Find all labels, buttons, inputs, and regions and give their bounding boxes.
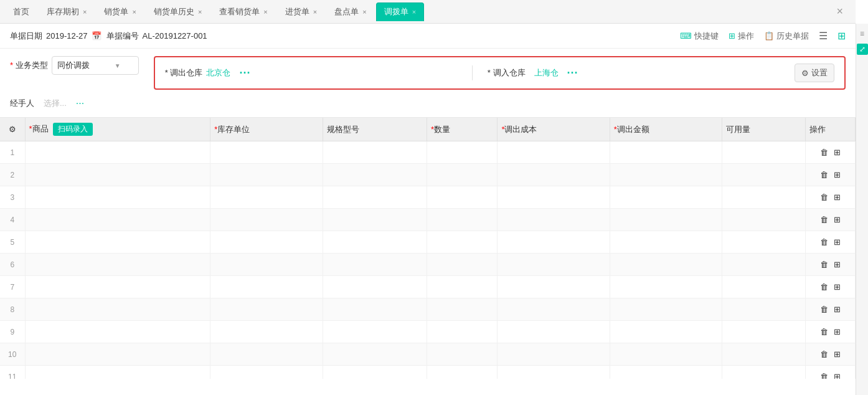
contact-label: 经手人 bbox=[10, 98, 34, 109]
copy-icon[interactable]: ⊞ bbox=[834, 350, 841, 359]
form-area: * 业务类型 同价调拨 ▼ * 调出仓库 北京仓 ··· * bbox=[0, 49, 856, 95]
delete-icon[interactable]: 🗑 bbox=[820, 170, 828, 179]
table-header: ⚙ *商品 扫码录入 *库存单位 规格型号 *数量 *调出成本 *调出金额 可用… bbox=[0, 118, 856, 141]
history-icon: 📋 bbox=[764, 31, 774, 40]
contact-field: 经手人 选择... ··· bbox=[10, 95, 84, 112]
layout-btn2[interactable]: ⊞ bbox=[837, 30, 846, 42]
out-warehouse-more-icon[interactable]: ··· bbox=[239, 67, 250, 80]
shortcut-btn[interactable]: ⌨ 快捷键 bbox=[680, 31, 719, 42]
form-row2: 经手人 选择... ··· bbox=[0, 95, 856, 117]
operate-btn[interactable]: ⊞ 操作 bbox=[729, 31, 754, 42]
delete-icon[interactable]: 🗑 bbox=[820, 260, 828, 269]
contact-select[interactable]: 选择... bbox=[38, 95, 72, 112]
delete-icon[interactable]: 🗑 bbox=[820, 148, 828, 157]
delete-icon[interactable]: 🗑 bbox=[820, 350, 828, 359]
copy-icon[interactable]: ⊞ bbox=[834, 215, 841, 224]
copy-icon[interactable]: ⊞ bbox=[834, 237, 841, 247]
tab-transfer[interactable]: 调拨单 × bbox=[376, 2, 424, 21]
tab-purchase[interactable]: 进货单 × bbox=[277, 2, 325, 21]
in-warehouse-label: * 调入仓库 bbox=[488, 67, 526, 79]
sidebar-expand-icon[interactable]: ⤢ bbox=[857, 44, 868, 55]
warehouse-box: * 调出仓库 北京仓 ··· * 调入仓库 上海仓 ··· ⚙ 设置 bbox=[154, 56, 846, 90]
copy-icon[interactable]: ⊞ bbox=[834, 148, 841, 157]
copy-icon[interactable]: ⊞ bbox=[834, 282, 841, 292]
main-table: ⚙ *商品 扫码录入 *库存单位 规格型号 *数量 *调出成本 *调出金额 可用… bbox=[0, 118, 856, 379]
delete-icon[interactable]: 🗑 bbox=[820, 193, 828, 202]
operate-icon: ⊞ bbox=[729, 31, 735, 40]
table-row: 8 🗑 ⊞ bbox=[0, 298, 856, 321]
biz-type-select[interactable]: 同价调拨 ▼ bbox=[52, 56, 139, 75]
col-qty: *数量 bbox=[427, 118, 497, 141]
copy-icon[interactable]: ⊞ bbox=[834, 193, 841, 202]
biz-type-arrow-icon: ▼ bbox=[115, 62, 121, 69]
tab-stocktake[interactable]: 盘点单 × bbox=[326, 2, 374, 21]
date-field: 单据日期 2019-12-27 📅 bbox=[10, 31, 101, 42]
code-value: AL-20191227-001 bbox=[143, 31, 207, 40]
contact-more-icon[interactable]: ··· bbox=[76, 98, 84, 109]
shortcut-icon: ⌨ bbox=[680, 31, 692, 40]
table-row: 4 🗑 ⊞ bbox=[0, 209, 856, 231]
copy-icon[interactable]: ⊞ bbox=[834, 327, 841, 336]
settings-icon[interactable]: ⚙ bbox=[9, 125, 16, 134]
delete-icon[interactable]: 🗑 bbox=[820, 282, 828, 292]
tab-close-view-sales[interactable]: × bbox=[263, 8, 267, 16]
tab-close-sales-history[interactable]: × bbox=[198, 8, 202, 16]
col-ops: 操作 bbox=[806, 118, 856, 141]
copy-icon[interactable]: ⊞ bbox=[834, 170, 841, 179]
layout-btn1[interactable]: ☰ bbox=[819, 30, 828, 42]
copy-icon[interactable]: ⊞ bbox=[834, 260, 841, 269]
delete-icon[interactable]: 🗑 bbox=[820, 305, 828, 314]
out-warehouse-field: * 调出仓库 北京仓 ··· bbox=[165, 67, 457, 80]
table-row: 2 🗑 ⊞ bbox=[0, 164, 856, 186]
tab-close-sales-order[interactable]: × bbox=[132, 8, 136, 16]
table-row: 5 🗑 ⊞ bbox=[0, 231, 856, 254]
delete-icon[interactable]: 🗑 bbox=[820, 237, 828, 247]
tab-inventory-init[interactable]: 库存期初 × bbox=[39, 2, 95, 21]
in-warehouse-value[interactable]: 上海仓 bbox=[534, 67, 559, 79]
copy-icon[interactable]: ⊞ bbox=[834, 305, 841, 314]
tab-close-transfer[interactable]: × bbox=[412, 8, 416, 16]
col-settings[interactable]: ⚙ bbox=[0, 118, 25, 141]
tab-close-stocktake[interactable]: × bbox=[362, 8, 366, 16]
toolbar: 单据日期 2019-12-27 📅 单据编号 AL-20191227-001 ⌨… bbox=[0, 24, 856, 49]
tab-close-inventory-init[interactable]: × bbox=[83, 8, 87, 16]
tab-home[interactable]: 首页 bbox=[5, 2, 37, 21]
date-value: 2019-12-27 bbox=[46, 31, 88, 40]
table-row: 1 🗑 ⊞ bbox=[0, 141, 856, 164]
tab-sales-order[interactable]: 销货单 × bbox=[96, 2, 144, 21]
out-warehouse-label: * 调出仓库 bbox=[165, 67, 203, 79]
settings-icon: ⚙ bbox=[801, 69, 809, 78]
delete-icon[interactable]: 🗑 bbox=[820, 215, 828, 224]
window-close-button[interactable]: × bbox=[829, 5, 851, 18]
out-warehouse-value[interactable]: 北京仓 bbox=[206, 67, 230, 79]
table-row: 3 🗑 ⊞ bbox=[0, 186, 856, 209]
delete-icon[interactable]: 🗑 bbox=[820, 327, 828, 336]
table-row: 7 🗑 ⊞ bbox=[0, 276, 856, 298]
biz-type-label: * 业务类型 bbox=[10, 60, 48, 71]
table-row: 11 🗑 ⊞ bbox=[0, 366, 856, 379]
sidebar-list-icon[interactable]: ≡ bbox=[857, 29, 867, 39]
col-cost: *调出成本 bbox=[498, 118, 610, 141]
toolbar-left: 单据日期 2019-12-27 📅 单据编号 AL-20191227-001 bbox=[10, 31, 207, 42]
table-row: 9 🗑 ⊞ bbox=[0, 321, 856, 343]
scan-btn[interactable]: 扫码录入 bbox=[53, 123, 93, 136]
col-spec: 规格型号 bbox=[323, 118, 427, 141]
col-unit: *库存单位 bbox=[210, 118, 323, 141]
calendar-icon[interactable]: 📅 bbox=[92, 31, 101, 40]
table-row: 6 🗑 ⊞ bbox=[0, 254, 856, 276]
toolbar-right: ⌨ 快捷键 ⊞ 操作 📋 历史单据 ☰ ⊞ bbox=[680, 30, 846, 42]
history-btn[interactable]: 📋 历史单据 bbox=[764, 31, 809, 42]
copy-icon[interactable]: ⊞ bbox=[834, 372, 841, 379]
table-wrap: ⚙ *商品 扫码录入 *库存单位 规格型号 *数量 *调出成本 *调出金额 可用… bbox=[0, 117, 856, 379]
in-warehouse-more-icon[interactable]: ··· bbox=[567, 67, 578, 80]
tab-view-sales[interactable]: 查看销货单 × bbox=[211, 2, 275, 21]
col-available: 可用量 bbox=[722, 118, 806, 141]
in-warehouse-field: * 调入仓库 上海仓 ··· bbox=[488, 67, 780, 80]
tab-bar: 首页 库存期初 × 销货单 × 销货单历史 × 查看销货单 × 进货单 × 盘点… bbox=[0, 0, 856, 24]
right-sidebar: ≡ ⤢ bbox=[856, 24, 868, 379]
code-field: 单据编号 AL-20191227-001 bbox=[106, 31, 207, 42]
tab-close-purchase[interactable]: × bbox=[313, 8, 317, 16]
tab-sales-history[interactable]: 销货单历史 × bbox=[146, 2, 210, 21]
delete-icon[interactable]: 🗑 bbox=[820, 372, 828, 379]
settings-button[interactable]: ⚙ 设置 bbox=[795, 64, 834, 82]
